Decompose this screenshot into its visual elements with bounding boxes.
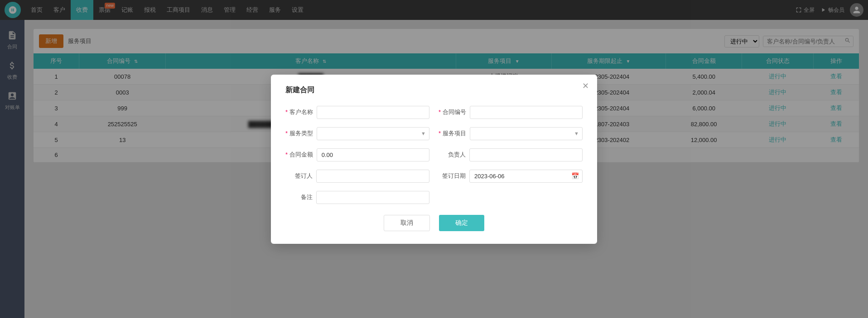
service-type-label: 服务类型 (285, 129, 313, 138)
responsible-label: 负责人 (439, 151, 466, 159)
main-layout: 合同 收费 对账单 新增 服务项目 进行中 已完成 (0, 20, 868, 318)
form-group-service-item: 服务项目 ▼ (439, 127, 583, 140)
form-group-signer: 签订人 (285, 170, 429, 183)
form-group-customer: 客户名称 (285, 106, 429, 119)
service-type-select-wrapper: ▼ (317, 127, 429, 140)
signer-label: 签订人 (285, 172, 313, 180)
form-group-service-type: 服务类型 ▼ (285, 127, 429, 140)
service-item-select[interactable] (470, 127, 583, 140)
form-row-4: 签订人 签订日期 📅 (285, 170, 583, 183)
remark-label: 备注 (285, 193, 313, 201)
form-row-3: 合同金额 负责人 (285, 148, 583, 161)
form-group-sign-date: 签订日期 📅 (439, 170, 583, 183)
amount-label: 合同金额 (285, 151, 313, 159)
modal-title: 新建合同 (285, 85, 583, 95)
customer-name-input[interactable] (317, 106, 429, 119)
modal-footer: 取消 确定 (285, 215, 583, 231)
customer-name-label: 客户名称 (285, 108, 313, 116)
sign-date-label: 签订日期 (439, 172, 466, 180)
calendar-icon[interactable]: 📅 (571, 172, 579, 180)
sign-date-input[interactable] (469, 170, 583, 183)
form-row-2: 服务类型 ▼ 服务项目 ▼ (285, 127, 583, 140)
modal-overlay: 新建合同 ✕ 客户名称 合同编号 服务类型 (24, 20, 868, 318)
contract-no-label: 合同编号 (439, 108, 466, 116)
form-group-remark: 备注 (285, 191, 429, 204)
sign-date-wrapper: 📅 (469, 170, 583, 183)
service-item-label: 服务项目 (439, 129, 466, 138)
contract-no-input[interactable] (470, 106, 583, 119)
form-group-contract-no: 合同编号 (439, 106, 583, 119)
form-row-5: 备注 (285, 191, 583, 204)
remark-input[interactable] (316, 191, 429, 204)
responsible-input[interactable] (469, 148, 583, 161)
amount-input[interactable] (317, 148, 429, 161)
form-group-responsible: 负责人 (439, 148, 583, 161)
form-group-amount: 合同金额 (285, 148, 429, 161)
cancel-button[interactable]: 取消 (384, 215, 430, 231)
new-contract-modal: 新建合同 ✕ 客户名称 合同编号 服务类型 (271, 75, 597, 244)
service-item-select-wrapper: ▼ (470, 127, 583, 140)
modal-close-button[interactable]: ✕ (582, 81, 589, 91)
form-row-1: 客户名称 合同编号 (285, 106, 583, 119)
service-type-select[interactable] (317, 127, 429, 140)
content-area: 新增 服务项目 进行中 已完成 已终止 (24, 20, 868, 318)
confirm-button[interactable]: 确定 (439, 215, 484, 231)
signer-input[interactable] (316, 170, 429, 183)
